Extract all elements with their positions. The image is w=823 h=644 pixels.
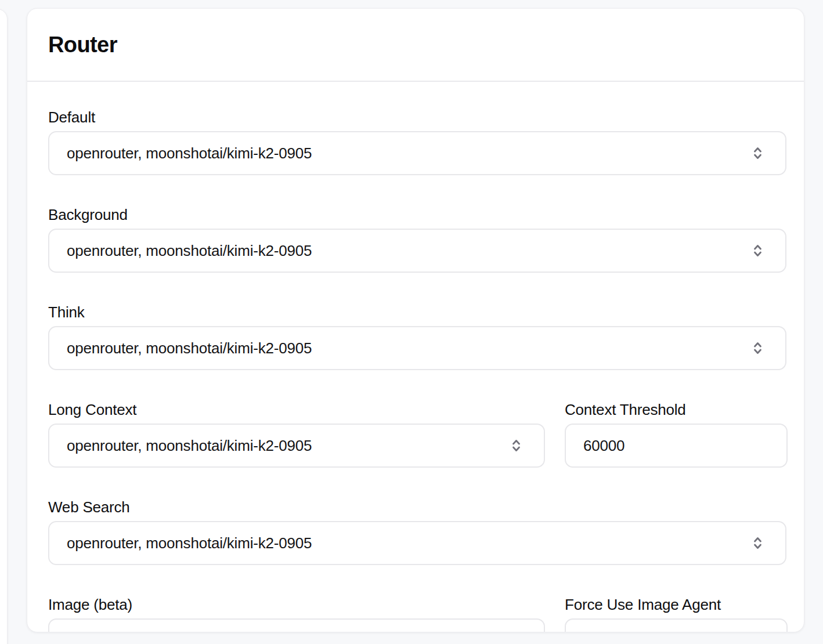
background-model-value: openrouter, moonshotai/kimi-k2-0905 (67, 242, 312, 260)
force-use-image-agent-label: Force Use Image Agent (565, 595, 788, 614)
force-use-image-agent-input[interactable] (565, 618, 788, 632)
think-model-value: openrouter, moonshotai/kimi-k2-0905 (67, 339, 312, 357)
previous-card-edge (0, 9, 8, 644)
long-context-label: Long Context (48, 400, 545, 419)
long-context-model-select[interactable]: openrouter, moonshotai/kimi-k2-0905 (48, 424, 545, 468)
web-search-model-value: openrouter, moonshotai/kimi-k2-0905 (67, 534, 312, 552)
think-label: Think (48, 303, 786, 321)
context-threshold-label: Context Threshold (565, 400, 788, 419)
background-model-select[interactable]: openrouter, moonshotai/kimi-k2-0905 (48, 229, 786, 273)
field-image: Image (beta) (48, 595, 545, 632)
field-long-context: Long Context openrouter, moonshotai/kimi… (48, 400, 545, 468)
field-context-threshold: Context Threshold (565, 400, 788, 468)
field-default: Default openrouter, moonshotai/kimi-k2-0… (48, 108, 786, 175)
field-background: Background openrouter, moonshotai/kimi-k… (48, 205, 786, 273)
default-model-value: openrouter, moonshotai/kimi-k2-0905 (67, 144, 312, 162)
chevrons-up-down-icon (752, 145, 763, 161)
field-force-use-image-agent: Force Use Image Agent (565, 595, 788, 632)
think-model-select[interactable]: openrouter, moonshotai/kimi-k2-0905 (48, 326, 786, 370)
web-search-label: Web Search (48, 498, 786, 516)
background-label: Background (48, 205, 786, 224)
field-web-search: Web Search openrouter, moonshotai/kimi-k… (48, 498, 786, 565)
long-context-model-value: openrouter, moonshotai/kimi-k2-0905 (67, 437, 312, 455)
web-search-model-select[interactable]: openrouter, moonshotai/kimi-k2-0905 (48, 521, 786, 565)
field-think: Think openrouter, moonshotai/kimi-k2-090… (48, 303, 786, 370)
card-header: Router (27, 9, 804, 82)
image-label: Image (beta) (48, 595, 545, 614)
chevrons-up-down-icon (752, 535, 763, 551)
chevrons-up-down-icon (511, 437, 522, 454)
long-context-row: Long Context openrouter, moonshotai/kimi… (48, 400, 786, 468)
default-model-select[interactable]: openrouter, moonshotai/kimi-k2-0905 (48, 131, 786, 175)
card-body: Default openrouter, moonshotai/kimi-k2-0… (27, 82, 804, 632)
page-title: Router (48, 32, 117, 57)
chevrons-up-down-icon (752, 340, 763, 356)
image-model-select[interactable] (48, 618, 545, 632)
context-threshold-input[interactable] (565, 424, 788, 468)
chevrons-up-down-icon (752, 243, 763, 259)
default-label: Default (48, 108, 786, 126)
image-row: Image (beta) Force Use Image Agent (48, 595, 786, 632)
router-settings-card: Router Default openrouter, moonshotai/ki… (27, 8, 804, 632)
